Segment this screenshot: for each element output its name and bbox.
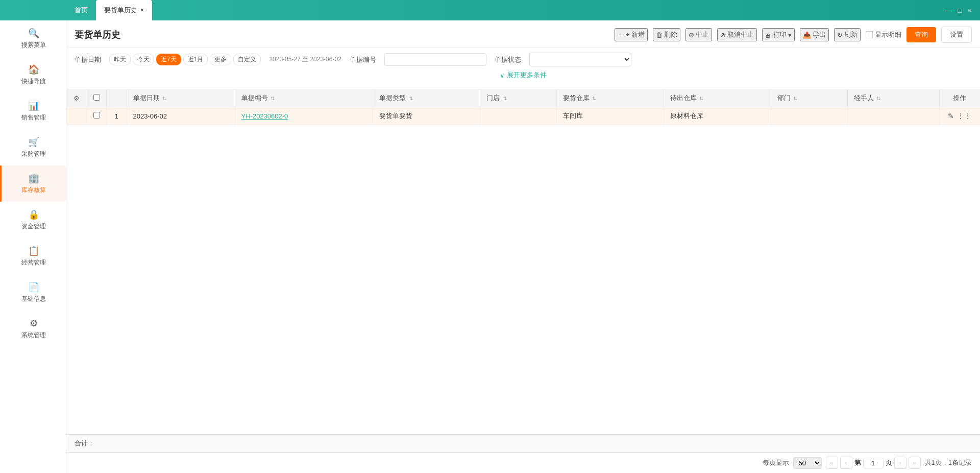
- per-page-select[interactable]: 50 100 200: [793, 457, 822, 469]
- td-number: YH-20230602-0: [235, 107, 373, 125]
- sidebar-item-operations[interactable]: 📋 经营管理: [0, 238, 66, 274]
- sort-type-icon[interactable]: ⇅: [409, 96, 413, 101]
- sidebar-label-operations: 经营管理: [21, 258, 46, 267]
- delete-label: 删除: [664, 30, 677, 39]
- date-btn-1month[interactable]: 近1月: [183, 54, 208, 65]
- print-label: 打印: [773, 30, 787, 39]
- page-suffix: 页: [886, 458, 892, 467]
- th-date: 单据日期 ⇅: [127, 89, 235, 107]
- row-date: 2023-06-02: [133, 112, 167, 120]
- filter-bar: 单据日期 昨天 今天 近7天 近1月 更多 自定义 2023-05-27 至 2…: [66, 48, 980, 89]
- th-num: [106, 89, 127, 107]
- sort-date-icon[interactable]: ⇅: [162, 96, 166, 101]
- sort-store-icon[interactable]: ⇅: [503, 96, 507, 101]
- prev-page-btn[interactable]: ‹: [840, 457, 852, 469]
- th-handler: 经手人 ⇅: [847, 89, 939, 107]
- show-detail-toggle[interactable]: 显示明细: [866, 30, 901, 39]
- close-tab-icon[interactable]: ×: [140, 7, 144, 14]
- first-page-btn[interactable]: «: [826, 457, 838, 469]
- action-icons: ✎ ⋮⋮: [946, 112, 974, 120]
- sort-department-icon[interactable]: ⇅: [793, 96, 797, 101]
- date-btn-group: 昨天 今天 近7天 近1月 更多 自定义: [109, 54, 261, 65]
- stop-label: 中止: [696, 30, 709, 39]
- sales-icon: 📊: [28, 100, 39, 111]
- sidebar-label-purchase: 采购管理: [21, 150, 46, 158]
- export-button[interactable]: 📤 导出: [800, 28, 829, 41]
- close-window-icon[interactable]: ×: [968, 7, 972, 14]
- expand-more-btn[interactable]: ∨ 展开更多条件: [500, 70, 547, 80]
- window-controls: — □ ×: [945, 7, 980, 14]
- next-page-btn[interactable]: ›: [894, 457, 906, 469]
- th-action: 操作: [939, 89, 980, 107]
- sidebar-item-quick-nav[interactable]: 🏠 快捷导航: [0, 57, 66, 93]
- filter-row-expand: ∨ 展开更多条件: [75, 70, 972, 80]
- cancel-stop-icon: ⊘: [720, 31, 726, 39]
- status-select[interactable]: [529, 53, 631, 66]
- total-label: 合计：: [75, 439, 94, 448]
- top-nav: 首页 要货单历史 × — □ ×: [0, 0, 980, 20]
- query-button[interactable]: 查询: [906, 27, 936, 42]
- table-header-row: ⚙ 单据日期 ⇅ 单据编号 ⇅: [66, 89, 980, 107]
- sort-handler-icon[interactable]: ⇅: [876, 96, 880, 101]
- maximize-icon[interactable]: □: [958, 7, 962, 14]
- active-tab-label: 要货单历史: [104, 6, 137, 15]
- column-settings-icon[interactable]: ⚙: [74, 94, 80, 102]
- delete-button[interactable]: 🗑 删除: [653, 28, 680, 41]
- settings-button[interactable]: 设置: [941, 27, 972, 43]
- stop-button[interactable]: ⊘ 中止: [685, 28, 712, 41]
- print-icon: 🖨: [765, 31, 772, 39]
- sidebar-item-sales[interactable]: 📊 销售管理: [0, 93, 66, 129]
- minimize-icon[interactable]: —: [945, 7, 952, 14]
- row-num: 1: [114, 112, 118, 120]
- sidebar: 🔍 搜索菜单 🏠 快捷导航 📊 销售管理 🛒 采购管理 🏢 库存核算 🔒 资金管…: [0, 20, 66, 473]
- nav-active-tab[interactable]: 要货单历史 ×: [96, 0, 152, 20]
- table-row: 1 2023-06-02 YH-20230602-0 要货单要货: [66, 107, 980, 125]
- date-btn-more[interactable]: 更多: [210, 54, 231, 65]
- td-pending-warehouse: 原材料仓库: [664, 107, 771, 125]
- more-icon[interactable]: ⋮⋮: [957, 112, 971, 120]
- select-all-checkbox[interactable]: [93, 94, 100, 101]
- sidebar-item-search-menu[interactable]: 🔍 搜索菜单: [0, 20, 66, 57]
- row-checkbox[interactable]: [93, 112, 100, 119]
- sidebar-item-system[interactable]: ⚙ 系统管理: [0, 311, 66, 347]
- bill-number-label: 单据编号: [350, 55, 376, 64]
- row-req-warehouse: 车间库: [563, 112, 583, 120]
- sidebar-item-purchase[interactable]: 🛒 采购管理: [0, 129, 66, 165]
- cancel-stop-button[interactable]: ⊘ 取消中止: [717, 28, 757, 41]
- last-page-btn[interactable]: »: [909, 457, 921, 469]
- sidebar-item-basic-info[interactable]: 📄 基础信息: [0, 274, 66, 311]
- toolbar: ＋ + 新增 🗑 删除 ⊘ 中止 ⊘ 取消中止 🖨 打印: [615, 27, 972, 43]
- date-btn-yesterday[interactable]: 昨天: [109, 54, 131, 65]
- th-req-warehouse-label: 要货仓库: [563, 94, 590, 102]
- new-button[interactable]: ＋ + 新增: [615, 28, 648, 41]
- td-settings: [66, 107, 87, 125]
- refresh-button[interactable]: ↻ 刷新: [834, 28, 861, 41]
- sidebar-label-search-menu: 搜索菜单: [21, 41, 46, 50]
- sidebar-item-inventory[interactable]: 🏢 库存核算: [0, 165, 66, 202]
- nav-home[interactable]: 首页: [66, 0, 96, 20]
- print-button[interactable]: 🖨 打印 ▾: [762, 28, 795, 41]
- new-label: + 新增: [626, 30, 645, 39]
- edit-icon[interactable]: ✎: [948, 112, 954, 120]
- show-detail-checkbox[interactable]: [866, 31, 873, 38]
- bill-number-input[interactable]: [384, 53, 486, 66]
- pagination-bar: 每页显示 50 100 200 « ‹ 第 页 › » 共1页，1条记录: [66, 452, 980, 473]
- sort-req-warehouse-icon[interactable]: ⇅: [592, 96, 596, 101]
- td-type: 要货单要货: [373, 107, 480, 125]
- date-btn-7days[interactable]: 近7天: [156, 54, 181, 65]
- th-date-label: 单据日期: [133, 94, 160, 102]
- date-btn-custom[interactable]: 自定义: [233, 54, 261, 65]
- row-pending-warehouse: 原材料仓库: [670, 112, 703, 120]
- th-action-label: 操作: [953, 94, 966, 102]
- th-pending-warehouse: 待出仓库 ⇅: [664, 89, 771, 107]
- sidebar-item-finance[interactable]: 🔒 资金管理: [0, 202, 66, 238]
- td-check: [87, 107, 106, 125]
- row-number-link[interactable]: YH-20230602-0: [241, 112, 288, 120]
- page-input[interactable]: [863, 458, 884, 468]
- th-number: 单据编号 ⇅: [235, 89, 373, 107]
- print-dropdown-icon: ▾: [788, 31, 792, 39]
- date-btn-today[interactable]: 今天: [133, 54, 154, 65]
- th-department: 部门 ⇅: [771, 89, 847, 107]
- sort-pending-warehouse-icon[interactable]: ⇅: [699, 96, 703, 101]
- sort-number-icon[interactable]: ⇅: [271, 96, 275, 101]
